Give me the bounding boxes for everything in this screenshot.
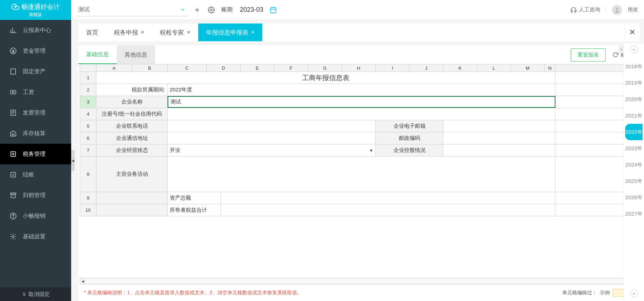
tab-close-icon[interactable]: × — [251, 29, 254, 36]
cell-value[interactable] — [168, 108, 555, 120]
col-header-G[interactable]: G — [308, 64, 342, 72]
cell-label: 主营业务活动 — [96, 157, 168, 192]
cell-value[interactable]: 2022年度 — [168, 84, 555, 96]
year-2024年[interactable]: 2024年 — [625, 157, 642, 173]
col-header-H[interactable]: H — [342, 64, 376, 72]
sidebar-item-label: 税务管理 — [23, 150, 46, 158]
cell-value[interactable] — [221, 192, 555, 204]
sidebar-item-8[interactable]: 归档管理 — [0, 185, 71, 206]
cell-value[interactable]: 开业▼ — [168, 144, 376, 156]
sidebar-item-5[interactable]: 库存核算 — [0, 123, 71, 144]
rail-up-icon[interactable]: « — [630, 46, 638, 53]
cell-value[interactable] — [168, 120, 376, 132]
company-select[interactable]: 测试 — [77, 4, 187, 16]
sidebar-item-2[interactable]: 固定资产 — [0, 61, 71, 82]
sidebar-item-7[interactable]: 结账 — [0, 164, 71, 185]
calendar-button[interactable] — [269, 6, 278, 14]
row-header-8[interactable]: 8 — [80, 157, 96, 192]
rail-collapse-icon[interactable]: « — [619, 45, 624, 53]
sub-tab-0[interactable]: 基础信息 — [78, 46, 117, 64]
col-header-B[interactable]: B — [132, 64, 168, 72]
sidebar-item-3[interactable]: 工资 — [0, 82, 71, 102]
chart-icon — [9, 26, 17, 34]
col-header-E[interactable]: E — [241, 64, 274, 72]
col-header-F[interactable]: F — [274, 64, 308, 72]
sidebar-item-label: 发票管理 — [23, 109, 46, 117]
reset-button[interactable]: 重置报表 — [571, 48, 606, 62]
money-icon — [9, 47, 17, 55]
year-2023年[interactable]: 2023年 — [625, 140, 642, 157]
cell-right-value[interactable] — [443, 132, 555, 144]
col-header-J[interactable]: J — [410, 64, 443, 72]
col-header-D[interactable]: D — [207, 64, 241, 72]
row-header-2[interactable]: 2 — [80, 84, 96, 96]
row-header-10[interactable]: 10 — [80, 204, 96, 216]
sidebar-item-0[interactable]: 云报表中心 — [0, 20, 71, 41]
year-2018年[interactable]: 2018年 — [625, 58, 642, 75]
sheet-corner[interactable] — [80, 64, 96, 72]
sidebar-collapse-handle[interactable]: ◀ — [71, 150, 75, 171]
username: 用友 — [628, 6, 638, 13]
sub-tab-1[interactable]: 其他信息 — [117, 46, 155, 64]
avatar[interactable] — [612, 5, 622, 15]
tab-label: 首页 — [86, 28, 98, 37]
year-2026年[interactable]: 2026年 — [625, 189, 642, 206]
row-header-9[interactable]: 9 — [80, 192, 96, 204]
dropdown-icon[interactable]: ▼ — [369, 148, 373, 153]
row-header-4[interactable]: 4 — [80, 108, 96, 120]
tab-3[interactable]: 年报信息申报表× — [198, 23, 262, 41]
col-header-C[interactable]: C — [168, 64, 207, 72]
tab-label: 税务申报 — [114, 28, 138, 37]
cell-value[interactable] — [168, 157, 555, 192]
cell-right-value[interactable] — [443, 120, 555, 132]
horizontal-scrollbar[interactable]: ◀ ▶ — [80, 278, 637, 284]
cell-label: 资产总额 — [168, 192, 221, 204]
legend-label: 单元格编辑过： — [562, 290, 597, 296]
row-header-7[interactable]: 7 — [80, 144, 96, 156]
year-2019年[interactable]: 2019年 — [625, 75, 642, 91]
settings-button[interactable] — [207, 6, 216, 14]
tab-1[interactable]: 税务申报× — [106, 23, 152, 41]
consult-button[interactable]: 人工咨询 — [570, 6, 600, 13]
unpin-icon — [21, 291, 27, 297]
tab-close-icon[interactable]: × — [141, 29, 144, 36]
year-2021年[interactable]: 2021年 — [625, 107, 642, 124]
cell-value[interactable] — [221, 204, 555, 216]
sidebar-item-label: 云报表中心 — [23, 27, 51, 34]
tab-close-icon[interactable]: × — [187, 29, 190, 36]
row-header-6[interactable]: 6 — [80, 132, 96, 144]
sidebar-unpin[interactable]: 取消固定 — [0, 287, 71, 301]
cell-right-value[interactable] — [443, 144, 555, 156]
sidebar-item-9[interactable]: 小畅报销 — [0, 206, 71, 226]
salary-icon — [9, 88, 17, 96]
close-all-tabs[interactable]: ✕ — [624, 23, 640, 41]
cell-value[interactable]: 测试 — [168, 96, 555, 108]
rail-down-icon[interactable]: » — [630, 290, 638, 297]
sidebar-item-4[interactable]: 发票管理 — [0, 102, 71, 123]
col-header-I[interactable]: I — [376, 64, 410, 72]
sidebar-item-1[interactable]: 资金管理 — [0, 41, 71, 61]
cell-value[interactable] — [168, 132, 376, 144]
year-2020年[interactable]: 2020年 — [625, 91, 642, 107]
col-header-L[interactable]: L — [477, 64, 511, 72]
col-header-M[interactable]: M — [511, 64, 545, 72]
col-header-K[interactable]: K — [443, 64, 477, 72]
row-header-3[interactable]: 3 — [80, 96, 96, 108]
row-header-5[interactable]: 5 — [80, 120, 96, 132]
inventory-icon — [9, 130, 17, 137]
year-2022年[interactable]: 2022年 — [625, 124, 642, 140]
add-button[interactable] — [193, 6, 201, 14]
tab-2[interactable]: 税检专家× — [152, 23, 198, 41]
cell-right-label: 企业电子邮箱 — [376, 120, 443, 132]
col-header-N[interactable]: N — [545, 64, 555, 72]
year-2027年[interactable]: 2027年 — [625, 206, 642, 222]
sidebar-item-10[interactable]: 基础设置 — [0, 226, 71, 247]
row-header-1[interactable]: 1 — [80, 72, 96, 84]
sidebar-item-6[interactable]: 税务管理 — [0, 144, 71, 164]
col-header-A[interactable]: A — [96, 64, 132, 72]
year-2025年[interactable]: 2025年 — [625, 173, 642, 189]
sidebar-item-label: 基础设置 — [23, 233, 46, 241]
brand-edition: 旗舰版 — [29, 12, 42, 18]
tab-0[interactable]: 首页 — [78, 23, 106, 41]
scroll-left-icon[interactable]: ◀ — [80, 278, 86, 284]
